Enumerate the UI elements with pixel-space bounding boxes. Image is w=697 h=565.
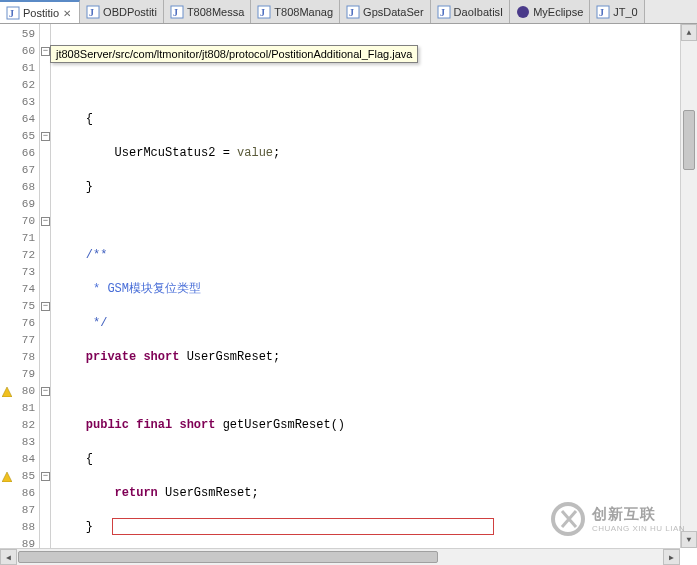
fold-toggle[interactable]: − [41, 302, 50, 311]
line-number: 76 [0, 315, 35, 332]
scroll-left-button[interactable]: ◀ [0, 549, 17, 565]
tab-t808manag[interactable]: J T808Manag [251, 0, 340, 23]
scroll-thumb[interactable] [18, 551, 438, 563]
editor-tab-bar: J Postitio ✕ J OBDPostiti J T808Messa J … [0, 0, 697, 24]
fold-toggle[interactable]: − [41, 132, 50, 141]
svg-text:J: J [349, 7, 354, 18]
line-number: 85 [0, 468, 35, 485]
tab-obdpostiti[interactable]: J OBDPostiti [80, 0, 164, 23]
code-line: */ [57, 315, 697, 332]
code-line: } [57, 179, 697, 196]
code-line: { [57, 111, 697, 128]
watermark-text: 创新互联 [592, 505, 685, 524]
watermark-logo-icon [550, 501, 586, 537]
line-number: 83 [0, 434, 35, 451]
code-line: return UserGsmReset; [57, 485, 697, 502]
code-line: private short UserGsmReset; [57, 349, 697, 366]
tab-postitio[interactable]: J Postitio ✕ [0, 0, 80, 23]
fold-toggle[interactable]: − [41, 217, 50, 226]
java-file-icon: J [596, 5, 610, 19]
java-file-icon: J [346, 5, 360, 19]
line-number: 87 [0, 502, 35, 519]
line-number: 69 [0, 196, 35, 213]
java-file-icon: J [170, 5, 184, 19]
line-number: 75 [0, 298, 35, 315]
line-number: 66 [0, 145, 35, 162]
code-line: * GSM模块复位类型 [57, 281, 697, 298]
svg-point-12 [517, 6, 529, 18]
tab-label: OBDPostiti [103, 6, 157, 18]
tab-label: MyEclipse [533, 6, 583, 18]
code-line: UserMcuStatus2 = value; [57, 145, 697, 162]
fold-toggle[interactable]: − [41, 47, 50, 56]
tab-label: DaoIbatisI [454, 6, 504, 18]
line-number: 62 [0, 77, 35, 94]
vertical-scrollbar[interactable]: ▲ ▼ [680, 24, 697, 548]
line-number: 77 [0, 332, 35, 349]
svg-text:J: J [89, 7, 94, 18]
tab-label: T808Messa [187, 6, 244, 18]
line-number: 60 [0, 43, 35, 60]
scroll-up-button[interactable]: ▲ [681, 24, 697, 41]
fold-column: − − − − − − [40, 24, 51, 565]
scroll-thumb[interactable] [683, 110, 695, 170]
line-number-gutter: 59 60 61 62 63 64 65 66 67 68 69 70 71 7… [0, 24, 40, 565]
line-number: 65 [0, 128, 35, 145]
line-number: 84 [0, 451, 35, 468]
horizontal-scrollbar[interactable]: ◀ ▶ [0, 548, 680, 565]
line-number: 71 [0, 230, 35, 247]
line-number: 81 [0, 400, 35, 417]
watermark-subtext: CHUANG XIN HU LIAN [592, 524, 685, 533]
java-file-icon: J [86, 5, 100, 19]
line-number: 73 [0, 264, 35, 281]
code-editor: 59 60 61 62 63 64 65 66 67 68 69 70 71 7… [0, 24, 697, 565]
line-number: 64 [0, 111, 35, 128]
line-number: 63 [0, 94, 35, 111]
fold-toggle[interactable]: − [41, 387, 50, 396]
tab-myeclipse[interactable]: MyEclipse [510, 0, 590, 23]
line-number: 88 [0, 519, 35, 536]
line-number: 68 [0, 179, 35, 196]
eclipse-icon [516, 5, 530, 19]
code-line: public final short getUserGsmReset() [57, 417, 697, 434]
svg-text:J: J [260, 7, 265, 18]
line-number: 74 [0, 281, 35, 298]
java-file-icon: J [437, 5, 451, 19]
java-file-icon: J [257, 5, 271, 19]
line-number: 79 [0, 366, 35, 383]
scroll-right-button[interactable]: ▶ [663, 549, 680, 565]
code-line: /** [57, 247, 697, 264]
tab-label: Postitio [23, 7, 59, 19]
watermark: 创新互联 CHUANG XIN HU LIAN [550, 501, 685, 537]
tab-t808messa[interactable]: J T808Messa [164, 0, 251, 23]
tab-jt0[interactable]: J JT_0 [590, 0, 644, 23]
code-content[interactable]: { UserMcuStatus2 = value; } /** * GSM模块复… [51, 24, 697, 565]
line-number: 72 [0, 247, 35, 264]
tab-label: JT_0 [613, 6, 637, 18]
java-file-icon: J [6, 6, 20, 20]
line-number: 82 [0, 417, 35, 434]
line-number: 78 [0, 349, 35, 366]
warning-marker-icon [2, 386, 12, 396]
file-path-tooltip: jt808Server/src/com/ltmonitor/jt808/prot… [50, 45, 418, 63]
close-icon[interactable]: ✕ [63, 8, 73, 18]
warning-marker-icon [2, 471, 12, 481]
line-number: 67 [0, 162, 35, 179]
svg-marker-16 [2, 472, 12, 482]
code-line: { [57, 451, 697, 468]
svg-marker-15 [2, 387, 12, 397]
svg-text:J: J [440, 7, 445, 18]
svg-text:J: J [599, 7, 604, 18]
line-number: 86 [0, 485, 35, 502]
line-number: 80 [0, 383, 35, 400]
tab-label: GpsDataSer [363, 6, 424, 18]
tab-gpsdataser[interactable]: J GpsDataSer [340, 0, 431, 23]
svg-text:J: J [9, 8, 14, 19]
line-number: 59 [0, 26, 35, 43]
line-number: 70 [0, 213, 35, 230]
tab-label: T808Manag [274, 6, 333, 18]
fold-toggle[interactable]: − [41, 472, 50, 481]
line-number: 61 [0, 60, 35, 77]
tab-daoibatisi[interactable]: J DaoIbatisI [431, 0, 511, 23]
svg-text:J: J [173, 7, 178, 18]
